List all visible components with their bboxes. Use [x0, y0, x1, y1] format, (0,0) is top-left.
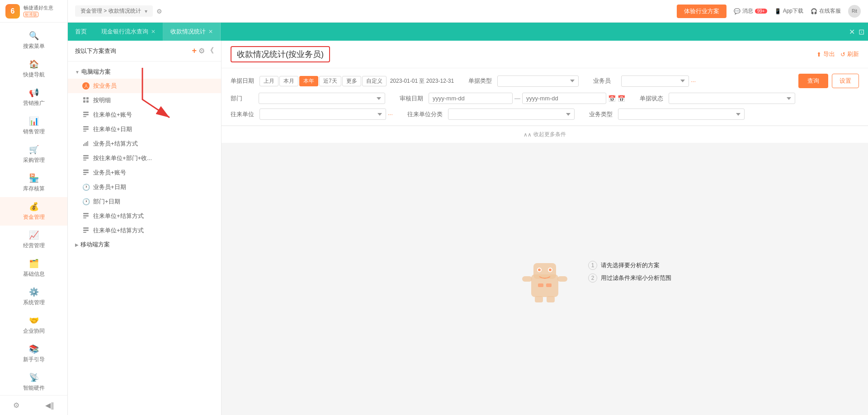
customer-settlement2-icon: [82, 227, 90, 235]
collapse-more-btn[interactable]: ∧∧ 收起更多条件: [524, 131, 566, 138]
scheme-group-desktop-header[interactable]: ▼ 电脑端方案: [68, 65, 221, 79]
scheme-item-by-salesman[interactable]: 人 按业务员: [68, 79, 221, 93]
date-btn-this-year[interactable]: 本年: [299, 76, 318, 86]
tab-collection-stats-close[interactable]: ✕: [208, 28, 213, 35]
sales-icon: 📊: [29, 116, 39, 126]
tab-collection-stats[interactable]: 收款情况统计 ✕: [163, 23, 221, 41]
doc-type-select[interactable]: [497, 75, 579, 87]
scheme-item-customer-settlement1[interactable]: 往来单位+结算方式: [68, 209, 221, 223]
refresh-btn[interactable]: ↺ 刷新: [840, 50, 859, 58]
svg-rect-21: [83, 215, 89, 217]
tab-home[interactable]: 首页: [68, 23, 94, 41]
dept-select[interactable]: [259, 93, 385, 104]
online-service-btn[interactable]: 🎧 在线客服: [811, 7, 841, 15]
sidebar-settings-btn[interactable]: ⚙: [13, 401, 19, 410]
sidebar-collapse-btn[interactable]: ◀‖: [45, 401, 54, 410]
sidebar-item-operations[interactable]: 📈 经营管理: [0, 226, 67, 254]
scheme-settings-btn[interactable]: ⚙: [198, 46, 205, 56]
svg-rect-22: [83, 217, 86, 218]
main-content: 资金管理 > 收款情况统计 ▾ ⚙ 体验行业方案 💬 消息 99+ 📱 App下…: [68, 0, 868, 415]
svg-rect-1: [86, 97, 89, 99]
sidebar-item-hardware[interactable]: 📡 智能硬件: [0, 368, 67, 395]
sidebar-item-guide[interactable]: 📚 新手引导: [0, 340, 67, 368]
messages-btn[interactable]: 💬 消息 99+: [734, 7, 767, 15]
svg-rect-15: [83, 157, 89, 159]
scheme-item-customer-account[interactable]: 往来单位+账号: [68, 108, 221, 122]
app-download-btn[interactable]: 📱 App下载: [774, 7, 803, 15]
sidebar-item-purchase[interactable]: 🛒 采购管理: [0, 140, 67, 169]
breadcrumb[interactable]: 资金管理 > 收款情况统计 ▾: [75, 5, 153, 17]
left-panel-header: 按以下方案查询 + ⚙ 《: [68, 41, 221, 61]
logo-text: 畅捷通好生意 标准版: [24, 5, 53, 18]
date-btn-this-month[interactable]: 本月: [279, 76, 298, 86]
left-panel-actions: + ⚙ 《: [192, 46, 214, 56]
svg-rect-11: [85, 143, 85, 146]
collapse-up-icon: ∧∧: [524, 132, 532, 138]
date-btn-last-month[interactable]: 上月: [259, 76, 278, 86]
doc-status-select[interactable]: [669, 93, 795, 104]
export-btn[interactable]: ⬆ 导出: [816, 50, 835, 58]
sidebar-item-basic[interactable]: 🗂️ 基础信息: [0, 254, 67, 283]
partner-more-btn[interactable]: ···: [388, 111, 393, 118]
scheme-item-salesman-account[interactable]: 业务员+账号: [68, 165, 221, 180]
scheme-item-dept-date[interactable]: 🕐 部门+日期: [68, 194, 221, 209]
svg-rect-5: [83, 114, 89, 115]
filter-settings-btn[interactable]: 设置: [832, 74, 859, 88]
trial-btn[interactable]: 体验行业方案: [677, 5, 726, 18]
search-menu-icon: 🔍: [29, 31, 39, 41]
partner-category-control: [448, 108, 575, 120]
calendar-end-icon[interactable]: 📅: [618, 95, 625, 102]
svg-rect-36: [522, 276, 532, 282]
date-btn-last-7-days[interactable]: 近7天: [319, 76, 341, 86]
sidebar-item-marketing[interactable]: 📢 营销推广: [0, 83, 67, 112]
partner-category-select[interactable]: [448, 108, 575, 120]
filter-row-1: 单据日期 上月 本月 本年 近7天 更多 自定义 2023-: [231, 74, 859, 88]
scheme-item-customer-settlement2[interactable]: 往来单位+结算方式: [68, 223, 221, 238]
date-btn-custom[interactable]: 自定义: [362, 76, 387, 86]
scheme-group-desktop: ▼ 电脑端方案 人 按业务员: [68, 65, 221, 238]
scheme-item-salesman-date[interactable]: 🕐 业务员+日期: [68, 180, 221, 194]
robot-icon: [518, 252, 572, 306]
doc-type-control: [497, 75, 579, 87]
tab-maximize-icon[interactable]: ⊡: [859, 28, 864, 36]
scheme-item-customer-date[interactable]: 往来单位+日期: [68, 122, 221, 137]
sidebar-item-finance[interactable]: 💰 资金管理: [0, 197, 67, 226]
export-icon: ⬆: [816, 51, 821, 58]
date-btn-group: 上月 本月 本年 近7天 更多 自定义: [259, 76, 387, 86]
svg-rect-13: [87, 141, 88, 146]
scheme-item-by-detail[interactable]: 按明细: [68, 93, 221, 108]
dept-control: [259, 93, 385, 104]
svg-rect-7: [83, 126, 89, 127]
date-btn-more[interactable]: 更多: [342, 76, 361, 86]
tab-close-window-icon[interactable]: ✕: [849, 28, 855, 36]
audit-start-input[interactable]: [429, 93, 513, 104]
settings-gear-icon[interactable]: ⚙: [156, 8, 162, 15]
calendar-start-icon[interactable]: 📅: [608, 95, 616, 102]
sidebar-item-quick-nav[interactable]: 🏠 快捷导航: [0, 55, 67, 83]
salesman-more-btn[interactable]: ···: [691, 78, 696, 85]
sidebar-item-system[interactable]: ⚙️ 系统管理: [0, 283, 67, 311]
sidebar-item-enterprise[interactable]: 🤝 企业协同: [0, 311, 67, 340]
sidebar-item-inventory[interactable]: 🏪 库存核算: [0, 169, 67, 197]
audit-date-label: 审核日期: [400, 94, 423, 103]
breadcrumb-arrow: ▾: [145, 8, 147, 14]
scheme-group-mobile-header[interactable]: ▶ 移动端方案: [68, 238, 221, 251]
add-scheme-btn[interactable]: +: [192, 46, 197, 56]
scheme-item-salesman-settlement[interactable]: 业务员+结算方式: [68, 137, 221, 151]
tab-bank-flow[interactable]: 现金银行流水查询 ✕: [94, 23, 163, 41]
user-avatar[interactable]: Rit: [848, 5, 861, 18]
query-btn[interactable]: 查询: [798, 74, 828, 88]
sidebar-bottom: ⚙ ◀‖: [0, 395, 67, 415]
salesman-select[interactable]: [621, 75, 689, 87]
customer-settlement1-icon: [82, 212, 90, 220]
audit-end-input[interactable]: [522, 93, 606, 104]
detail-icon: [82, 97, 90, 104]
sidebar-item-search-menu[interactable]: 🔍 搜索菜单: [0, 26, 67, 55]
tab-bank-flow-close[interactable]: ✕: [151, 28, 156, 35]
panel-collapse-btn[interactable]: 《: [207, 46, 214, 56]
partner-select[interactable]: [259, 108, 386, 120]
sidebar-item-sales[interactable]: 📊 销售管理: [0, 112, 67, 140]
scheme-item-customer-dept-collect[interactable]: 按往来单位+部门+收...: [68, 151, 221, 165]
business-type-select[interactable]: [618, 108, 745, 120]
salesman-control: ···: [621, 75, 696, 87]
